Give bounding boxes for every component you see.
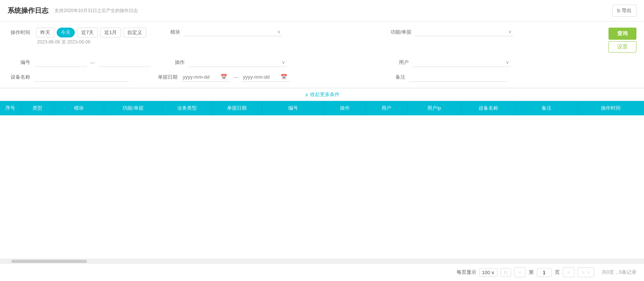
time-label: 操作时间 [8,29,34,36]
page-number-input[interactable] [537,268,552,277]
module-select[interactable]: ∨ [184,28,282,36]
export-label: 导出 [622,7,632,14]
page-unit: 页 [555,269,560,276]
function-chevron-icon: ∨ [508,29,512,34]
module-chevron-icon: ∨ [277,29,281,34]
device-input[interactable] [34,73,128,82]
col-module: 模块 [54,101,104,115]
col-user-ip: 用户ip [407,101,461,115]
number-label: 编号 [8,59,34,66]
remark-label: 备注 [379,74,409,81]
calendar-to-icon[interactable]: 📅 [281,74,287,80]
horizontal-scrollbar[interactable] [0,259,644,263]
device-label: 设备名称 [8,74,34,81]
per-page-select[interactable]: 100 ∨ [479,268,497,277]
number-input-to[interactable] [98,58,151,67]
pagination-bar: 每页显示 100 ∨ ⟨⟨ ＜ 第 页 ＞ ＞＞ 共0页，0条记录 [0,263,644,281]
total-info: 共0页，0条记录 [602,269,636,276]
query-button[interactable]: 查询 [608,28,636,40]
time-btn-7days[interactable]: 近7天 [77,28,98,37]
col-op-time: 操作时间 [578,101,644,115]
col-index: 序号 [0,101,21,115]
per-page-chevron-icon: ∨ [491,270,495,275]
col-type: 类型 [21,101,54,115]
per-page-label: 每页显示 [457,269,476,276]
time-btn-yesterday[interactable]: 昨天 [36,28,54,37]
export-icon: ⎘ [617,8,620,14]
time-btn-today[interactable]: 今天 [57,28,75,37]
function-label: 功能/单据 [385,29,415,36]
table-container: 序号 类型 模块 功能/单据 业务类型 单据日期 编号 操作 用户 用户ip 设… [0,101,644,259]
last-page-button[interactable]: ＞＞ [578,267,594,277]
per-page-value: 100 [482,270,490,275]
data-table: 序号 类型 模块 功能/单据 业务类型 单据日期 编号 操作 用户 用户ip 设… [0,101,644,115]
col-number: 编号 [262,101,324,115]
time-btn-custom[interactable]: 自定义 [123,28,146,37]
page-title: 系统操作日志 [8,6,48,15]
table-header-row: 序号 类型 模块 功能/单据 业务类型 单据日期 编号 操作 用户 用户ip 设… [0,101,644,115]
function-select[interactable]: ∨ [415,28,513,36]
page-subtitle: 支持2020年10月31日之后产生的操作日志 [54,8,138,14]
module-label: 模块 [158,29,184,36]
scrollbar-thumb[interactable] [11,260,87,263]
operation-select[interactable]: ∨ [188,58,287,67]
voucher-date-label: 单据日期 [155,74,181,81]
user-select[interactable]: ∨ [412,58,511,67]
next-page-button[interactable]: ＞ [563,267,575,277]
date-to-wrap: 📅 [241,72,290,82]
collapse-label: 收起更多条件 [310,91,340,98]
page-header: 系统操作日志 支持2020年10月31日之后产生的操作日志 ⎘ 导出 [0,0,644,22]
number-dash: — [87,60,98,65]
action-buttons: 查询 设置 [608,28,636,53]
export-button[interactable]: ⎘ 导出 [612,5,636,17]
operation-label: 操作 [162,59,188,66]
date-to-input[interactable] [243,74,281,80]
col-user: 用户 [366,101,407,115]
first-page-button[interactable]: ⟨⟨ [500,268,511,277]
remark-input[interactable] [409,73,507,82]
time-range-display: 2023-06-06 至 2023-06-06 [37,39,90,45]
operation-chevron-icon: ∨ [282,60,285,65]
time-buttons: 昨天 今天 近7天 近1月 自定义 [36,28,146,37]
collapse-up-icon: ∧ [305,92,309,98]
page-label: 第 [529,269,534,276]
date-from-input[interactable] [183,74,221,80]
col-voucher-date: 单据日期 [212,101,262,115]
user-chevron-icon: ∨ [506,60,509,65]
number-input-from[interactable] [34,58,87,67]
date-dash: — [230,74,241,80]
date-from-wrap: 📅 [181,72,230,82]
col-device: 设备名称 [461,101,515,115]
prev-page-button[interactable]: ＜ [514,267,526,277]
user-label: 用户 [382,59,412,66]
calendar-from-icon[interactable]: 📅 [221,74,227,80]
col-operation: 操作 [324,101,366,115]
filter-area: 操作时间 昨天 今天 近7天 近1月 自定义 2023-06-06 至 2023… [0,22,644,88]
page-wrapper: 系统操作日志 支持2020年10月31日之后产生的操作日志 ⎘ 导出 操作时间 … [0,0,644,281]
col-biz-type: 业务类型 [162,101,212,115]
settings-button[interactable]: 设置 [608,41,636,53]
col-function: 功能/单据 [104,101,162,115]
time-btn-1month[interactable]: 近1月 [100,28,121,37]
col-remark: 备注 [515,101,578,115]
collapse-bar[interactable]: ∧ 收起更多条件 [0,88,644,101]
